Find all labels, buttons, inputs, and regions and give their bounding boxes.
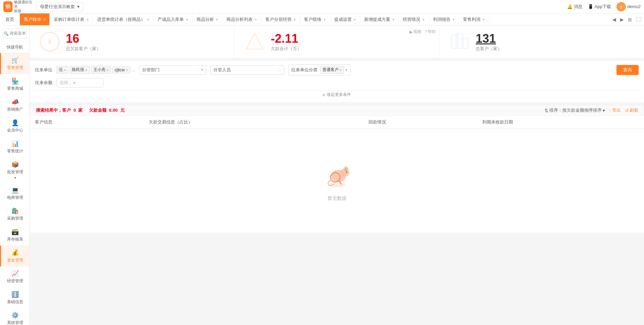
- tab-operations[interactable]: 经营情况 ×: [399, 13, 429, 26]
- stat-card-total-debt: ! -2.11 欠款合计（万） ▶ 视频 ? 帮助: [234, 26, 439, 58]
- stat-help-area: ▶ 视频 ? 帮助: [410, 29, 436, 35]
- tab-production-inbound[interactable]: 产成品入库单 ×: [154, 13, 192, 26]
- basic-info-icon: ℹ️: [11, 291, 19, 298]
- close-tab-icon[interactable]: ×: [453, 17, 455, 22]
- nav-tabs-actions: ◀ ▶ ⊞ ⛶: [609, 17, 644, 22]
- user-menu-button[interactable]: d demo2: [616, 2, 641, 11]
- sidebar-item-basic-info[interactable]: ℹ️ 基础信息: [0, 287, 29, 308]
- empty-illustration: [322, 160, 352, 190]
- data-table: 客户信息 欠款交易信息（占比） 回款情况 到期未收款日期: [30, 116, 644, 233]
- tab-inbound-stats[interactable]: 进货单统计表（按商品） ×: [93, 13, 154, 26]
- nav-fullscreen-icon[interactable]: ⛶: [635, 17, 642, 22]
- search-menu-button[interactable]: 🔍 搜索菜单: [3, 28, 27, 39]
- close-tab-icon[interactable]: ×: [216, 17, 218, 22]
- sidebar-item-sys-mgmt[interactable]: ⚙️ 系统管理: [0, 308, 29, 325]
- expand-arrow-icon: ▾: [14, 176, 16, 180]
- nav-prev-arrow[interactable]: ◀: [611, 17, 617, 22]
- close-tab-icon[interactable]: ×: [186, 17, 188, 22]
- nav-next-arrow[interactable]: ▶: [619, 17, 625, 22]
- content-area: ¥ 16 总欠款客户（家） !: [30, 26, 644, 325]
- refresh-button[interactable]: ↺ 刷新: [625, 107, 638, 113]
- message-button[interactable]: 🔔 消息: [567, 4, 583, 10]
- person-dots: ···: [277, 67, 281, 72]
- filter-row-1: 往来单位 伍 × 陈民强 × 王小亮 × cjttcw: [35, 64, 639, 75]
- tab-customer-account[interactable]: 客户账本 ×: [20, 13, 50, 26]
- tab-profit-report[interactable]: 利润报告 ×: [429, 13, 459, 26]
- tab-new-commission[interactable]: 新增提成方案 ×: [360, 13, 399, 26]
- tab-goods-analysis[interactable]: 商品分析 ×: [192, 13, 222, 26]
- sidebar-item-inventory[interactable]: 🗃️ 库存核算: [0, 225, 29, 246]
- stat-label-debtors: 总欠款客户（家）: [66, 46, 101, 52]
- close-tab-icon[interactable]: ×: [392, 17, 394, 22]
- unit-type-filter[interactable]: 往来单位分类 普通客户 × ▾: [288, 64, 351, 75]
- chevron-up-icon: ∧: [323, 93, 326, 97]
- remove-tag-cjttcw[interactable]: ×: [126, 68, 128, 72]
- sidebar-item-retail-mall[interactable]: 🏪 零售商城: [0, 74, 29, 95]
- balance-filter-select[interactable]: 选择... ▾: [56, 78, 103, 87]
- unit-filter-label: 往来单位: [35, 67, 52, 73]
- close-tab-icon[interactable]: ×: [422, 17, 424, 22]
- sidebar-item-member[interactable]: 👤 会员中心: [0, 116, 29, 137]
- stat-value-debt: -2.11: [271, 32, 301, 46]
- sidebar-item-purchase[interactable]: 🛍️ 采购管理: [0, 204, 29, 225]
- tab-home[interactable]: 首页: [0, 13, 20, 26]
- tab-commission-settings[interactable]: 提成设置 ×: [330, 13, 360, 26]
- collapse-more-button[interactable]: ∧ 收起更多条件: [35, 90, 639, 99]
- marketing-icon: 📣: [11, 98, 19, 106]
- more-tags-button[interactable]: ...: [132, 68, 135, 72]
- sidebar-item-marketing[interactable]: 📣 营销推广: [0, 95, 29, 116]
- remove-tag-wang[interactable]: ×: [106, 68, 109, 72]
- play-icon: ▶: [410, 30, 413, 34]
- workspace-selector[interactable]: 母婴行业演示账套 ▾: [36, 2, 83, 11]
- sidebar-item-operation[interactable]: 📈 经营管理: [0, 266, 29, 287]
- sidebar-item-batch-mgmt[interactable]: 📦 批发管理 ▾: [0, 157, 29, 183]
- remove-tag-wu[interactable]: ×: [64, 68, 66, 72]
- retail-mgmt-icon: 🛒: [11, 57, 19, 64]
- remove-normal-customer-tag[interactable]: ×: [340, 68, 342, 72]
- search-icon: 🔍: [4, 31, 9, 36]
- unit-type-arrow-icon: ▾: [345, 67, 348, 72]
- video-help-button[interactable]: ▶ 视频: [410, 29, 421, 35]
- sidebar-item-finance[interactable]: 💰 资金管理: [0, 246, 29, 266]
- close-tab-icon[interactable]: ×: [324, 17, 326, 22]
- filter-tag-wu: 伍 ×: [56, 66, 68, 74]
- quick-nav-button[interactable]: 快捷导航: [0, 42, 29, 53]
- query-button[interactable]: 查询: [616, 65, 639, 75]
- sidebar-item-retail-mgmt[interactable]: 🛒 零售管理: [0, 53, 29, 74]
- stat-label-debt: 欠款合计（万）: [271, 46, 301, 52]
- close-tab-icon[interactable]: ×: [294, 17, 296, 22]
- tab-customer-contact[interactable]: 客户联络 ×: [300, 13, 330, 26]
- sort-button[interactable]: ⇅ 排序：按欠款金额倒序排序 ▾: [545, 107, 605, 113]
- dept-filter-select[interactable]: 分管部门 ··· ▾: [139, 65, 206, 75]
- svg-rect-8: [456, 33, 463, 48]
- svg-rect-7: [461, 38, 468, 48]
- tab-goods-analysis-list[interactable]: 商品分析列表 ×: [222, 13, 261, 26]
- filter-tag-cjttcw: cjttcw ×: [112, 67, 130, 73]
- sidebar-item-retail-stats[interactable]: 📊 零售统计: [0, 137, 29, 157]
- tab-customer-tier[interactable]: 客户分层经营 ×: [261, 13, 300, 26]
- filter-row-2: 往来余额 选择... ▾: [35, 78, 639, 87]
- remove-tag-chen[interactable]: ×: [85, 68, 87, 72]
- close-tab-icon[interactable]: ×: [255, 17, 257, 22]
- person-filter-select[interactable]: 分管人员 ···: [210, 65, 284, 75]
- tab-retail-profit[interactable]: 零售利润 ×: [459, 13, 489, 26]
- doc-help-button[interactable]: ? 帮助: [425, 29, 436, 35]
- close-tab-icon[interactable]: ×: [43, 17, 45, 22]
- svg-point-13: [345, 168, 347, 172]
- help-icon: ?: [425, 30, 427, 34]
- app-download-button[interactable]: 📱 App下载: [588, 4, 611, 10]
- close-tab-icon[interactable]: ×: [147, 17, 149, 22]
- purchase-icon: 🛍️: [11, 207, 19, 215]
- top-bar: 畅 畅捷通好生意 标版 母婴行业演示账套 ▾ 🔔 消息 📱 App下载 d de…: [0, 0, 644, 13]
- stats-row: ¥ 16 总欠款客户（家） !: [30, 26, 644, 58]
- nav-expand-icon[interactable]: ⊞: [627, 17, 633, 22]
- close-tab-icon[interactable]: ×: [482, 17, 484, 22]
- export-button[interactable]: ↑ 导出: [609, 107, 621, 113]
- close-tab-icon[interactable]: ×: [354, 17, 356, 22]
- stat-value-debtors: 16: [66, 32, 101, 46]
- close-tab-icon[interactable]: ×: [86, 17, 88, 22]
- main-layout: 🔍 搜索菜单 快捷导航 🛒 零售管理 🏪 零售商城 📣 营销推广 👤 会员中心 …: [0, 26, 644, 325]
- tab-purchase-order-stats[interactable]: 采购订单统计表 ×: [50, 13, 93, 26]
- sidebar-item-ecommerce[interactable]: 💻 电商管理: [0, 183, 29, 204]
- finance-icon: 💰: [11, 249, 19, 256]
